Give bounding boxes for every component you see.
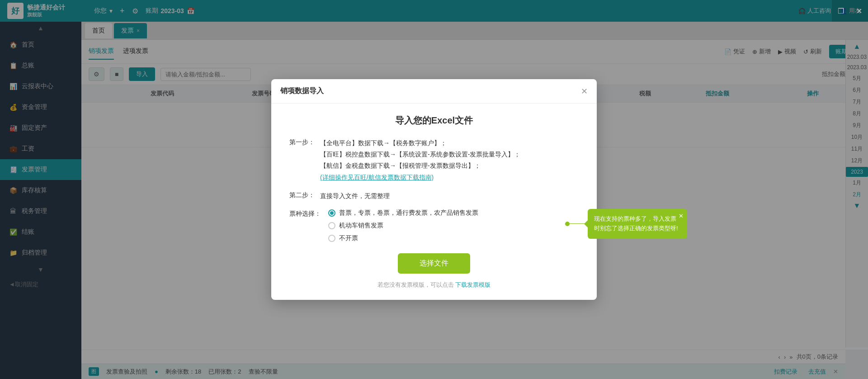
window-controls: ❐ ✕ <box>832 0 868 22</box>
step1-link[interactable]: (详细操作见百旺/航信发票数据下载指南) <box>320 172 520 183</box>
select-file-btn[interactable]: 选择文件 <box>398 253 470 274</box>
download-template-link[interactable]: 下载发票模版 <box>455 281 491 288</box>
modal-header: 销项数据导入 ✕ <box>271 79 597 104</box>
radio-label-1: 普票，专票，卷票，通行费发票，农产品销售发票 <box>339 209 478 217</box>
step2-row: 第二步： 直接导入文件，无需整理 <box>289 190 579 202</box>
step1-line3: 【航信】金税盘数据下载→【报税管理-发票数据导出】； <box>320 160 520 171</box>
radio-group: 普票，专票，卷票，通行费发票，农产品销售发票 机动车销售发票 不开票 <box>328 209 478 242</box>
step1-line1: 【全电平台】数据下载→【税务数字账户】； <box>320 137 520 149</box>
modal-title: 销项数据导入 <box>280 86 324 96</box>
modal-footer: 若您没有发票模版，可以点击 下载发票模版 <box>289 281 579 289</box>
footer-text: 若您没有发票模版，可以点击 <box>377 281 454 288</box>
modal-close-btn[interactable]: ✕ <box>581 87 588 95</box>
ticket-type-row: 票种选择： 普票，专票，卷票，通行费发票，农产品销售发票 机动车销售发票 <box>289 209 579 242</box>
tooltip-dot <box>565 222 570 226</box>
step1-line2: 【百旺】税控盘数据下载→【系统设置-系统参数设置-发票批量导入】； <box>320 149 520 160</box>
tooltip-container: ✕ 现在支持的票种多了，导入发票时别忘了选择正确的发票类型呀! <box>565 209 687 239</box>
radio-circle-3 <box>328 235 335 242</box>
tooltip-text: 现在支持的票种多了，导入发票时别忘了选择正确的发票类型呀! <box>594 215 678 232</box>
radio-option-3[interactable]: 不开票 <box>328 234 478 242</box>
tooltip-close-btn[interactable]: ✕ <box>679 212 684 221</box>
modal-subtitle: 导入您的Excel文件 <box>289 114 579 127</box>
radio-label-3: 不开票 <box>339 234 358 242</box>
restore-button[interactable]: ❐ <box>832 0 850 22</box>
radio-circle-1 <box>328 209 335 217</box>
tooltip-bubble: ✕ 现在支持的票种多了，导入发票时别忘了选择正确的发票类型呀! <box>588 209 687 239</box>
radio-option-2[interactable]: 机动车销售发票 <box>328 222 478 230</box>
import-modal: 销项数据导入 ✕ 导入您的Excel文件 第一步： 【全电平台】数据下载→【税务… <box>271 79 597 300</box>
close-window-button[interactable]: ✕ <box>850 0 868 22</box>
tooltip-arrow <box>584 220 588 227</box>
step2-content: 直接导入文件，无需整理 <box>320 190 390 202</box>
radio-dot-1 <box>330 211 334 215</box>
step1-label: 第一步： <box>289 137 315 147</box>
step1-row: 第一步： 【全电平台】数据下载→【税务数字账户】； 【百旺】税控盘数据下载→【系… <box>289 137 579 183</box>
ticket-label: 票种选择： <box>289 209 321 218</box>
modal-overlay: 销项数据导入 ✕ 导入您的Excel文件 第一步： 【全电平台】数据下载→【税务… <box>0 0 868 379</box>
step1-content: 【全电平台】数据下载→【税务数字账户】； 【百旺】税控盘数据下载→【系统设置-系… <box>320 137 520 183</box>
step2-label: 第二步： <box>289 190 315 199</box>
radio-label-2: 机动车销售发票 <box>339 222 383 230</box>
radio-option-1[interactable]: 普票，专票，卷票，通行费发票，农产品销售发票 <box>328 209 478 217</box>
radio-circle-2 <box>328 222 335 229</box>
modal-body: 导入您的Excel文件 第一步： 【全电平台】数据下载→【税务数字账户】； 【百… <box>271 104 597 300</box>
